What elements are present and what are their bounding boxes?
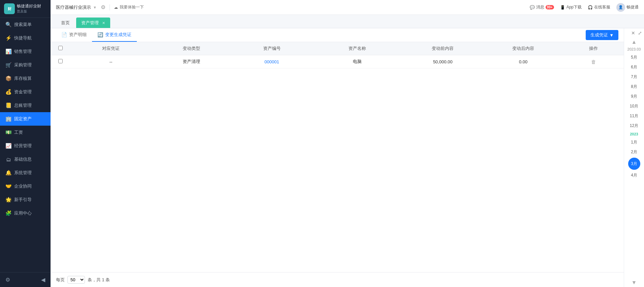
search-icon: 🔍 <box>5 22 11 28</box>
year-month-label: 2023.03 <box>624 46 644 53</box>
month-3-active[interactable]: 3月 <box>628 158 640 170</box>
tab-home[interactable]: 首页 <box>56 18 75 28</box>
right-panel-close-button[interactable]: ✕ <box>631 30 636 36</box>
month-9[interactable]: 9月 <box>624 92 644 101</box>
apps-icon: 🧩 <box>5 210 11 216</box>
ledger-icon: 📒 <box>5 102 11 108</box>
row-name-cell: 电脑 <box>312 55 403 68</box>
row-checkbox-cell <box>51 55 71 68</box>
change-voucher-icon: 🔄 <box>97 32 103 37</box>
inventory-icon: 📦 <box>5 75 11 82</box>
experience-button[interactable]: ☁ 我要体验一下 <box>114 4 144 10</box>
month-10[interactable]: 10月 <box>624 101 644 111</box>
sidebar-item-system[interactable]: 🔔 系统管理 <box>0 166 51 180</box>
sidebar-item-label: 库存核算 <box>14 75 32 82</box>
subtab-asset-detail-label: 资产明细 <box>69 32 87 38</box>
row-voucher-cell: -- <box>71 55 151 68</box>
sidebar-item-search[interactable]: 🔍 搜索菜单 <box>0 18 51 31</box>
month-1[interactable]: 1月 <box>624 137 644 147</box>
sidebar-item-label: 经营管理 <box>14 143 32 149</box>
month-4[interactable]: 4月 <box>624 170 644 180</box>
topbar: 医疗器械行业演示 ▼ ⚙ ☁ 我要体验一下 💬 消息 99+ 📱 App下载 🎧… <box>51 0 644 15</box>
year-2023-badge: 2023 <box>624 131 644 137</box>
subtab-asset-detail[interactable]: 📄 资产明细 <box>56 28 92 42</box>
header-code-col: 资产编号 <box>232 42 312 55</box>
sidebar-item-quicknav[interactable]: ⚡ 快捷导航 <box>0 31 51 45</box>
sidebar-item-basic[interactable]: 🗂 基础信息 <box>0 153 51 166</box>
sidebar-item-purchase[interactable]: 🛒 采购管理 <box>0 58 51 72</box>
header-type-col: 变动类型 <box>151 42 232 55</box>
system-icon: 🔔 <box>5 170 11 176</box>
sidebar-bottom: ⚙ ◀ <box>0 272 51 287</box>
sidebar-item-label: 工资 <box>14 129 23 135</box>
per-page-select[interactable]: 50 10 20 100 <box>67 276 85 284</box>
user-menu-button[interactable]: 👤 畅捷通 <box>616 3 639 12</box>
header-before-col: 变动前内容 <box>402 42 483 55</box>
app-logo-text: 畅捷通好业财 普及版 <box>17 4 41 14</box>
sales-icon: 📊 <box>5 49 11 55</box>
sidebar-item-label: 采购管理 <box>14 62 32 68</box>
tabbar: 首页 资产管理 ✕ <box>51 15 644 28</box>
sidebar-item-label: 销售管理 <box>14 49 32 55</box>
dropdown-icon: ▼ <box>93 5 97 9</box>
delete-row-button[interactable]: 🗑 <box>591 59 596 65</box>
month-11[interactable]: 11月 <box>624 111 644 121</box>
collab-icon: 🤝 <box>5 183 11 189</box>
month-12[interactable]: 12月 <box>624 121 644 131</box>
generate-voucher-button[interactable]: 生成凭证 ▼ <box>586 30 618 40</box>
month-8[interactable]: 8月 <box>624 82 644 92</box>
sidebar-item-apps[interactable]: 🧩 应用中心 <box>0 206 51 220</box>
sidebar-item-fixedasset[interactable]: 🏢 固定资产 <box>0 112 51 126</box>
operation-icon: 📈 <box>5 143 11 149</box>
tab-close-button[interactable]: ✕ <box>102 21 105 25</box>
generate-dropdown-icon: ▼ <box>609 33 614 38</box>
avatar: 👤 <box>616 3 625 12</box>
sidebar-item-guide[interactable]: 🌟 新手引导 <box>0 193 51 206</box>
sidebar-item-operation[interactable]: 📈 经营管理 <box>0 139 51 153</box>
scroll-up-button[interactable]: ▲ <box>624 38 644 46</box>
app-download-label: App下载 <box>566 4 582 10</box>
messages-label: 消息 <box>536 4 544 10</box>
app-download-icon: 📱 <box>560 5 565 10</box>
header-name-col: 资产名称 <box>312 42 403 55</box>
sidebar-item-inventory[interactable]: 📦 库存核算 <box>0 72 51 85</box>
sidebar-item-sales[interactable]: 📊 销售管理 <box>0 45 51 58</box>
sidebar-item-finance[interactable]: 💰 资金管理 <box>0 85 51 99</box>
sidebar-item-label: 总账管理 <box>14 102 32 108</box>
tab-asset-mgmt-label: 资产管理 <box>81 20 99 25</box>
main-area: 医疗器械行业演示 ▼ ⚙ ☁ 我要体验一下 💬 消息 99+ 📱 App下载 🎧… <box>51 0 644 287</box>
row-type-cell: 资产清理 <box>151 55 232 68</box>
month-6[interactable]: 6月 <box>624 62 644 72</box>
pagination-bar: 每页 50 10 20 100 条，共 1 条 <box>51 272 624 287</box>
sidebar-item-label: 新手引导 <box>14 197 32 203</box>
sidebar-item-label: 基础信息 <box>14 156 32 162</box>
month-5[interactable]: 5月 <box>624 53 644 62</box>
sidebar-item-salary[interactable]: 💵 工资 <box>0 126 51 139</box>
app-download-button[interactable]: 📱 App下载 <box>560 4 582 10</box>
sidebar-item-collab[interactable]: 🤝 企业协同 <box>0 180 51 193</box>
collapse-sidebar-button[interactable]: ◀ <box>41 277 45 283</box>
month-2[interactable]: 2月 <box>624 147 644 157</box>
sidebar-item-ledger[interactable]: 📒 总账管理 <box>0 99 51 112</box>
subtab-change-voucher[interactable]: 🔄 变更生成凭证 <box>92 28 137 42</box>
tab-asset-mgmt[interactable]: 资产管理 ✕ <box>76 18 110 28</box>
settings-icon[interactable]: ⚙ <box>5 277 10 283</box>
customer-service-button[interactable]: 🎧 在线客服 <box>588 4 610 10</box>
header-voucher-col: 对应凭证 <box>71 42 151 55</box>
scroll-down-button[interactable]: ▼ <box>624 278 644 287</box>
settings-gear-icon[interactable]: ⚙ <box>101 4 105 10</box>
messages-icon: 💬 <box>530 5 535 10</box>
messages-button[interactable]: 💬 消息 99+ <box>530 4 554 10</box>
select-all-checkbox[interactable] <box>58 46 63 50</box>
right-panel-expand-button[interactable]: ⤢ <box>637 30 643 36</box>
sidebar-item-label: 固定资产 <box>14 116 32 122</box>
month-7[interactable]: 7月 <box>624 72 644 82</box>
quicknav-icon: ⚡ <box>5 35 11 41</box>
right-panel: ✕ ⤢ ▲ 2023.03 5月 6月 7月 8月 9月 10月 11月 12月… <box>624 28 644 287</box>
content-main: 📄 资产明细 🔄 变更生成凭证 生成凭证 ▼ <box>51 28 624 287</box>
company-title[interactable]: 医疗器械行业演示 ▼ <box>56 4 97 10</box>
row-code-cell: 000001 <box>232 55 312 68</box>
row-checkbox[interactable] <box>58 59 63 63</box>
sidebar-item-label: 快捷导航 <box>14 35 32 41</box>
subtab-bar: 📄 资产明细 🔄 变更生成凭证 生成凭证 ▼ <box>51 28 624 42</box>
